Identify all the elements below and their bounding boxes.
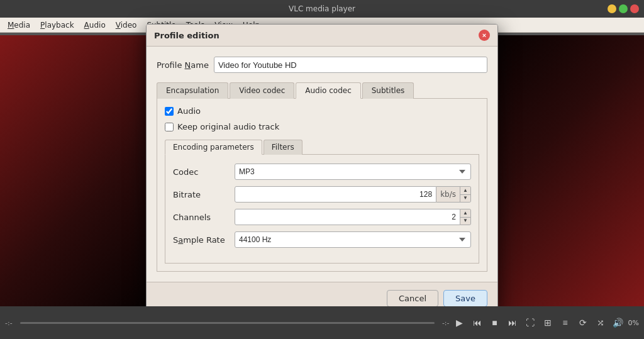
next-button[interactable]: ⏭ [505,315,520,330]
fullscreen-button[interactable]: ⛶ [523,315,538,330]
stop-button[interactable]: ■ [487,315,502,330]
dialog-body: Profile Name Video for Youtube HD Encaps… [147,47,497,282]
bitrate-spinbox: kb/s ▲ ▼ [235,186,471,203]
bitrate-spinbox-buttons: ▲ ▼ [460,186,471,203]
titlebar: VLC media player [0,0,644,18]
profile-name-input[interactable]: Video for Youtube HD [214,57,487,73]
main-tabs: Encapsulation Video codec Audio codec Su… [157,82,487,99]
bottom-toolbar: -:- -:- ▶ ⏮ ■ ⏭ ⛶ ⊞ ≡ ⟳ ⤮ 🔊 0% [0,306,644,339]
extended-button[interactable]: ⊞ [540,315,555,330]
seek-bar[interactable] [20,322,435,324]
maximize-button[interactable] [619,4,628,13]
menu-playback[interactable]: Playback [35,19,79,31]
prev-button[interactable]: ⏮ [470,315,485,330]
channels-label: Channels [173,213,230,222]
dialog-titlebar: Profile edition × [147,25,497,47]
channels-row: Channels ▲ ▼ [173,209,471,225]
profile-edition-dialog: Profile edition × Profile Name Video for… [146,24,498,315]
profile-name-label: Profile Name [157,60,209,70]
volume-area: 🔊 0% [611,315,639,330]
bitrate-up-button[interactable]: ▲ [460,187,470,195]
bitrate-down-button[interactable]: ▼ [460,195,470,203]
sample-rate-select[interactable]: 8000 Hz 11025 Hz 22050 Hz 44100 Hz 48000… [235,231,471,248]
profile-name-row: Profile Name Video for Youtube HD [157,57,487,73]
bitrate-unit: kb/s [436,186,460,203]
save-button[interactable]: Save [443,290,487,307]
dialog-title: Profile edition [154,31,219,40]
time-total: -:- [442,319,450,327]
keep-original-label[interactable]: Keep original audio track [177,122,279,131]
channels-down-button[interactable]: ▼ [460,218,470,225]
titlebar-buttons [608,4,639,13]
tab-subtitles[interactable]: Subtitles [362,82,414,99]
loop-button[interactable]: ⟳ [575,315,591,330]
menu-media[interactable]: Media [3,19,35,31]
seek-bar-clickable[interactable] [20,316,435,330]
audio-row: Audio [165,106,479,116]
audio-label[interactable]: Audio [177,106,201,116]
codec-select[interactable]: MP3 AAC Vorbis FLAC WMA [235,164,471,180]
sub-tabs: Encoding parameters Filters [165,139,479,155]
modal-overlay: Profile edition × Profile Name Video for… [0,33,644,306]
keep-original-checkbox[interactable] [165,123,174,131]
dialog-close-button[interactable]: × [479,30,490,41]
sub-tab-encoding-params[interactable]: Encoding parameters [165,140,262,155]
volume-label: 0% [628,319,639,327]
sub-tab-filters[interactable]: Filters [264,140,303,155]
menu-video[interactable]: Video [111,19,142,31]
channels-spinbox: ▲ ▼ [235,209,471,225]
codec-row: Codec MP3 AAC Vorbis FLAC WMA [173,164,471,180]
time-current: -:- [5,319,13,327]
sample-rate-label: Sample Rate [173,235,230,245]
bitrate-label: Bitrate [173,190,230,199]
menu-audio[interactable]: Audio [79,19,111,31]
play-button[interactable]: ▶ [452,315,467,330]
keep-original-row: Keep original audio track [165,122,479,131]
bitrate-input[interactable] [235,186,436,203]
bitrate-row: Bitrate kb/s ▲ ▼ [173,186,471,203]
sample-rate-row: Sample Rate 8000 Hz 11025 Hz 22050 Hz 44… [173,231,471,248]
random-button[interactable]: ⤮ [593,315,608,330]
channels-input[interactable] [235,209,460,225]
tab-encapsulation[interactable]: Encapsulation [157,82,228,99]
audio-codec-tab-content: Audio Keep original audio track Encoding… [157,99,487,272]
codec-label: Codec [173,167,230,177]
app-close-button[interactable] [630,4,639,13]
encoding-params-content: Codec MP3 AAC Vorbis FLAC WMA Bitrate [165,155,479,264]
cancel-button[interactable]: Cancel [387,290,438,307]
tab-audio-codec[interactable]: Audio codec [296,82,360,99]
playlist-button[interactable]: ≡ [558,315,573,330]
audio-checkbox[interactable] [165,107,174,116]
app-title: VLC media player [289,4,355,13]
channels-spinbox-buttons: ▲ ▼ [460,209,471,225]
channels-up-button[interactable]: ▲ [460,209,470,218]
minimize-button[interactable] [608,4,616,13]
mute-button[interactable]: 🔊 [611,315,626,330]
tab-video-codec[interactable]: Video codec [230,82,294,99]
